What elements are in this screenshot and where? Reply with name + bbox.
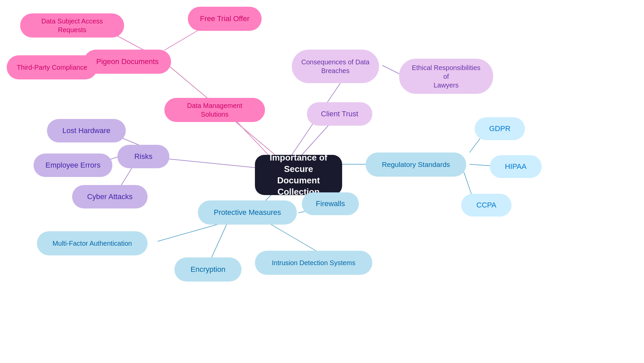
risks-label: Risks	[135, 152, 153, 162]
client-trust-label: Client Trust	[321, 109, 358, 119]
ccpa-label: CCPA	[476, 200, 496, 210]
intrusion-node: Intrusion Detection Systems	[255, 251, 372, 275]
svg-line-1	[154, 158, 255, 168]
third-party-label: Third-Party Compliance	[17, 63, 87, 72]
ccpa-node: CCPA	[461, 194, 512, 217]
svg-line-20	[268, 223, 317, 251]
data-subject-label: Data Subject Access Requests	[30, 17, 115, 34]
lost-hardware-node: Lost Hardware	[47, 119, 126, 142]
ethical-label: Ethical Responsibilities of Lawyers	[409, 63, 484, 89]
cyber-attacks-label: Cyber Attacks	[87, 192, 133, 202]
intrusion-label: Intrusion Detection Systems	[272, 258, 356, 267]
mfa-node: Multi-Factor Authentication	[37, 231, 148, 255]
cyber-attacks-node: Cyber Attacks	[72, 185, 148, 208]
lost-hardware-label: Lost Hardware	[62, 126, 110, 136]
pigeon-documents-label: Pigeon Documents	[96, 57, 159, 67]
ethical-node: Ethical Responsibilities of Lawyers	[399, 59, 493, 94]
third-party-node: Third-Party Compliance	[7, 55, 97, 79]
encryption-label: Encryption	[191, 265, 225, 275]
mfa-label: Multi-Factor Authentication	[53, 239, 132, 248]
data-management-node: Data Management Solutions	[164, 98, 265, 122]
regulatory-label: Regulatory Standards	[382, 160, 450, 169]
svg-line-19	[211, 221, 228, 258]
risks-node: Risks	[117, 145, 169, 168]
regulatory-node: Regulatory Standards	[366, 153, 466, 177]
firewalls-label: Firewalls	[316, 199, 345, 209]
encryption-node: Encryption	[174, 257, 241, 282]
free-trial-node: Free Trial Offer	[188, 7, 262, 31]
gdpr-label: GDPR	[489, 124, 511, 134]
center-label: Importance of Secure Document Collection	[268, 152, 329, 197]
protective-label: Protective Measures	[214, 208, 281, 218]
consequences-node: Consequences of Data Breaches	[292, 50, 379, 83]
hipaa-label: HIPAA	[505, 162, 526, 172]
gdpr-node: GDPR	[475, 117, 525, 140]
free-trial-label: Free Trial Offer	[200, 14, 250, 24]
protective-node: Protective Measures	[198, 200, 297, 225]
firewalls-node: Firewalls	[302, 192, 359, 215]
consequences-label: Consequences of Data Breaches	[301, 58, 369, 75]
data-management-label: Data Management Solutions	[174, 101, 256, 119]
data-subject-node: Data Subject Access Requests	[20, 13, 124, 38]
center-node: Importance of Secure Document Collection	[255, 155, 342, 195]
hipaa-node: HIPAA	[490, 155, 542, 178]
client-trust-node: Client Trust	[307, 102, 372, 126]
employee-errors-label: Employee Errors	[46, 161, 101, 170]
employee-errors-node: Employee Errors	[34, 154, 112, 177]
